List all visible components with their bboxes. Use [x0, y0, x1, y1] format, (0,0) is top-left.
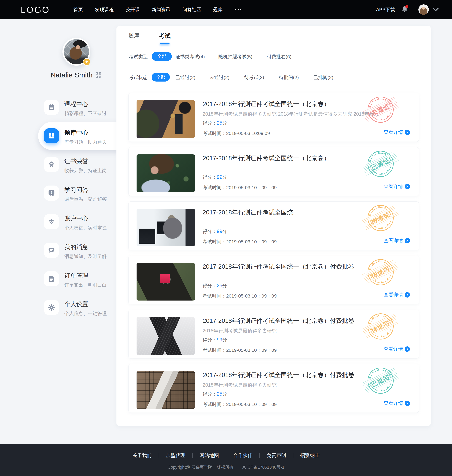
status-stamp: ★★★★★★★★ 已通过: [366, 149, 396, 179]
exam-thumbnail: [137, 154, 195, 192]
exam-type-option-certificate[interactable]: 证书类考试(4): [175, 54, 205, 60]
exam-time-row: 考试时间：2019-05-03 10：09：09: [203, 184, 277, 191]
exam-status-label: 考试状态: [129, 74, 148, 81]
status-stamp-text: 待考试: [370, 210, 391, 226]
books-icon: [44, 128, 59, 143]
exam-description: 2018年行测考试是最值得多去研究 2018年行测考试是最值得多去研究 2018…: [203, 111, 378, 117]
sidebar-item-account-center[interactable]: 账户中心 个人权益、实时掌握: [44, 214, 118, 230]
chevron-right-circle-icon: [405, 401, 410, 406]
exam-score-row: 得分：99分: [203, 228, 227, 235]
status-stamp-text: 未通过: [370, 102, 391, 117]
exam-status-option-pending-review[interactable]: 待批阅(2): [279, 74, 299, 81]
exam-score-row: 得分：99分: [203, 174, 227, 181]
nav-item-question-bank[interactable]: 题库: [213, 7, 223, 13]
status-stamp: ★★★★★★★★ 未通过: [366, 95, 396, 125]
exam-description: 2018年行测考试是最值得多去研究: [203, 382, 277, 388]
sidebar-item-subtitle: 订单支出、明明白白: [64, 282, 107, 288]
status-stamp: ★★★★★★★★ 待批阅: [366, 257, 396, 287]
status-stamp: ★★★★★★★★ 待批阅: [366, 311, 396, 341]
sidebar-item-question-bank-center[interactable]: 题库中心 海量习题、助力通关: [44, 128, 118, 144]
exam-card: 2017-2018年行测证件考试全国统一（北京卷）付费批卷 得分：25分 考试时…: [128, 256, 419, 304]
exam-score: 25: [217, 391, 222, 397]
svg-text:?: ?: [50, 190, 53, 195]
exam-type-option-random[interactable]: 随机抽题考试(5): [218, 54, 252, 60]
exam-thumbnail: [137, 371, 195, 409]
exam-time-row: 考试时间：2019-05-03 10:09:09: [203, 130, 270, 137]
footer-link-about-us[interactable]: 关于我们: [125, 452, 159, 459]
view-detail-link[interactable]: 查看详情: [384, 400, 410, 407]
sidebar-item-subtitle: 收获荣誉、持证上岗: [64, 167, 107, 174]
user-avatar[interactable]: [419, 4, 429, 15]
exam-time-row: 考试时间：2019-05-03 10：09：09: [203, 347, 277, 354]
exam-status-option-failed[interactable]: 未通过(2): [210, 74, 229, 81]
exam-status-option-all[interactable]: 全部: [152, 73, 170, 82]
sidebar-item-title: 账户中心: [64, 214, 107, 223]
sidebar-item-personal-settings[interactable]: 个人设置 个人信息、一键管理: [44, 300, 118, 316]
view-detail-link[interactable]: 查看详情: [384, 292, 410, 298]
notification-badge: [405, 5, 408, 8]
sidebar-item-course-center[interactable]: 课程中心 精彩课程、不容错过: [44, 100, 118, 116]
footer-link-partners[interactable]: 合作伙伴: [226, 452, 259, 459]
qr-code-icon[interactable]: [95, 72, 102, 78]
exam-status-option-upcoming[interactable]: 待考试(2): [244, 74, 264, 81]
exam-title: 2017-2018年行测证件考试全国统一（北京卷）: [203, 100, 330, 108]
exam-score-row: 得分：25分: [203, 391, 227, 397]
footer-link-sitemap[interactable]: 网站地图: [193, 452, 226, 459]
nav-item-news[interactable]: 新闻资讯: [152, 7, 170, 13]
exam-thumbnail: [137, 263, 195, 300]
sidebar-item-title: 我的消息: [64, 243, 107, 251]
exam-score-row: 得分：25分: [203, 282, 227, 289]
nav-item-open-class[interactable]: 公开课: [126, 7, 140, 13]
view-detail-link[interactable]: 查看详情: [384, 346, 410, 352]
exam-type-option-paid-grading[interactable]: 付费批卷(6): [267, 54, 292, 60]
exam-time: 2019-05-03 10：09：09: [226, 347, 277, 353]
notification-bell-icon[interactable]: [400, 5, 409, 14]
chevron-right-circle-icon: [405, 238, 410, 243]
exam-title: 2017-2018年行测证件考试全国统一（北京卷）付费批卷: [203, 262, 354, 271]
profile-name-row: Natalie Smith: [29, 71, 123, 79]
user-name: Natalie Smith: [51, 71, 93, 79]
view-detail-link[interactable]: 查看详情: [384, 183, 410, 190]
sidebar-item-order-management[interactable]: 订单管理 订单支出、明明白白: [44, 271, 118, 287]
exam-card: 2017-2018年行测证件考试全国统一（北京卷）付费批卷 2018年行测考试是…: [128, 310, 419, 359]
chevron-right-circle-icon: [405, 347, 410, 352]
sidebar-item-subtitle: 个人权益、实时掌握: [64, 225, 107, 231]
sidebar-item-my-messages[interactable]: 我的消息 消息通知、及时了解: [44, 243, 118, 258]
status-stamp-text: 已通过: [370, 156, 391, 171]
exam-time-row: 考试时间：2019-05-03 10：09：09: [203, 239, 277, 245]
tab-question-bank[interactable]: 题库: [129, 32, 139, 39]
more-menu-icon[interactable]: [234, 7, 242, 12]
footer-link-agency[interactable]: 加盟代理: [159, 452, 192, 459]
sidebar-item-learning-qa[interactable]: ? 学习问答 课后重温、疑难解答: [44, 185, 118, 201]
chevron-right-circle-icon: [405, 292, 410, 298]
sidebar-item-subtitle: 消息通知、及时了解: [64, 253, 107, 260]
status-stamp-text: 已批阅: [370, 373, 391, 388]
chevron-down-icon[interactable]: [432, 7, 439, 12]
exam-score: 99: [217, 337, 222, 342]
exam-time: 2019-05-03 10：09：09: [226, 293, 277, 299]
exam-thumbnail: [137, 317, 195, 355]
exam-type-option-all[interactable]: 全部: [152, 52, 172, 61]
sidebar-item-title: 学习问答: [64, 186, 107, 194]
sidebar-item-title: 课程中心: [64, 100, 107, 108]
nav-item-home[interactable]: 首页: [73, 7, 83, 13]
gear-icon: [44, 300, 59, 315]
exam-thumbnail: [137, 209, 195, 246]
tab-exam[interactable]: 考试: [159, 32, 171, 40]
exam-title: 2017-2018年行测证件考试全国统一（北京卷）付费批卷: [203, 317, 354, 325]
view-detail-link[interactable]: 查看详情: [384, 237, 410, 244]
app-download-link[interactable]: APP下载: [376, 0, 395, 19]
sidebar-item-certificates[interactable]: 证书荣誉 收获荣誉、持证上岗: [44, 157, 118, 173]
footer-link-careers[interactable]: 招贤纳士: [293, 452, 327, 459]
exam-type-label: 考试类型:: [129, 54, 149, 60]
nav-item-discover-courses[interactable]: 发现课程: [95, 7, 114, 13]
exam-status-option-passed[interactable]: 已通过(2): [175, 74, 195, 81]
view-detail-link[interactable]: 查看详情: [384, 129, 410, 136]
nav-item-qa-community[interactable]: 问答社区: [182, 7, 201, 13]
exam-status-option-reviewed[interactable]: 已批阅(2): [313, 74, 333, 81]
status-stamp-text: 待批阅: [370, 319, 391, 334]
chat-question-icon: ?: [44, 185, 59, 201]
footer-link-disclaimer[interactable]: 免责声明: [260, 452, 293, 459]
sidebar-item-title: 证书荣誉: [64, 157, 107, 165]
message-bubble-icon: [44, 243, 59, 258]
